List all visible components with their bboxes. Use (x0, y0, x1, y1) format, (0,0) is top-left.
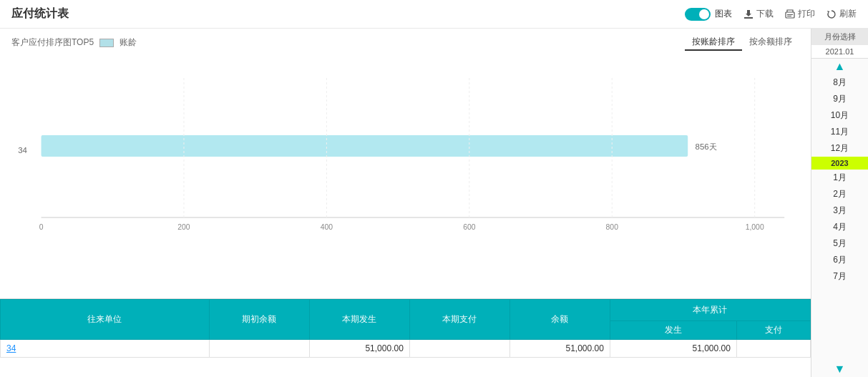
month-item[interactable]: 3月 (811, 202, 868, 219)
col-laiwai: 往来单位 (1, 300, 210, 340)
svg-rect-2 (787, 14, 793, 15)
download-icon (743, 9, 754, 19)
sort-tabs: 按账龄排序 按余额排序 (685, 34, 799, 51)
cell-benqi-zhifu (409, 340, 509, 358)
refresh-icon (826, 9, 837, 19)
chart-toggle[interactable] (685, 8, 711, 21)
print-icon (785, 9, 795, 19)
month-sidebar: 月份选择 2021.01 ▲ 8月9月10月11月12月20231月2月3月4月… (811, 29, 868, 377)
chart-toggle-wrap[interactable]: 图表 (685, 8, 732, 21)
chart-legend: 客户应付排序图TOP5 账龄 (11, 36, 137, 49)
svg-rect-3 (787, 16, 791, 16)
download-button[interactable]: 下载 (743, 8, 774, 20)
svg-text:800: 800 (606, 223, 619, 231)
month-item[interactable]: 2月 (811, 186, 868, 202)
chart-label: 图表 (715, 8, 732, 20)
month-item[interactable]: 7月 (811, 268, 868, 285)
svg-text:600: 600 (463, 223, 476, 231)
col-benqi-zhifu: 本期支付 (409, 300, 509, 340)
legend-text: 客户应付排序图TOP5 (11, 36, 94, 49)
page-title: 应付统计表 (11, 6, 69, 21)
svg-text:0: 0 (39, 223, 44, 231)
svg-text:200: 200 (177, 223, 190, 231)
month-item[interactable]: 6月 (811, 252, 868, 268)
data-table: 往来单位 期初余额 本期发生 本期支付 余额 本年累计 发生 支付 (0, 299, 811, 358)
header-actions: 图表 下载 打印 刷新 (685, 8, 857, 21)
table-row: 34 51,000.00 51,000.00 51,000.00 (1, 340, 811, 358)
svg-rect-0 (744, 17, 753, 19)
col-benqi-fasheng: 本期发生 (309, 300, 409, 340)
month-item[interactable]: 12月 (811, 140, 868, 157)
svg-text:34: 34 (18, 146, 27, 155)
cell-benqi-fasheng: 51,000.00 (309, 340, 409, 358)
col-fasheng: 发生 (610, 321, 736, 340)
svg-text:1,000: 1,000 (746, 223, 764, 231)
print-button[interactable]: 打印 (785, 8, 815, 20)
month-item[interactable]: 8月 (811, 74, 868, 91)
cell-laiwai[interactable]: 34 (1, 340, 210, 358)
month-item[interactable]: 1月 (811, 170, 868, 186)
month-item[interactable]: 4月 (811, 219, 868, 235)
cell-fasheng: 51,000.00 (610, 340, 736, 358)
col-qichu: 期初余额 (209, 300, 309, 340)
sort-tab-balance[interactable]: 按余额排序 (742, 34, 799, 51)
sort-tab-age[interactable]: 按账龄排序 (685, 34, 742, 51)
sidebar-selected: 2021.01 (811, 45, 868, 59)
chart-area: 34 856天 0 200 400 600 800 1,000 (0, 57, 811, 298)
sidebar-scroll-area: ▲ 8月9月10月11月12月20231月2月3月4月5月6月7月 ▼ (811, 59, 868, 377)
sidebar-header: 月份选择 (811, 29, 868, 45)
svg-text:400: 400 (321, 223, 333, 231)
month-item[interactable]: 5月 (811, 235, 868, 252)
month-list: 8月9月10月11月12月20231月2月3月4月5月6月7月 (811, 74, 868, 361)
cell-zhifu (736, 340, 810, 358)
col-zhifu: 支付 (736, 321, 810, 340)
nav-up-button[interactable]: ▲ (811, 59, 868, 74)
svg-rect-6 (42, 135, 688, 157)
cell-qichu (209, 340, 309, 358)
month-item[interactable]: 2023 (811, 157, 868, 170)
month-item[interactable]: 11月 (811, 124, 868, 140)
refresh-button[interactable]: 刷新 (826, 8, 857, 20)
month-item[interactable]: 9月 (811, 91, 868, 107)
svg-text:856天: 856天 (696, 142, 717, 151)
col-yue: 余额 (509, 300, 610, 340)
legend-box (99, 39, 114, 47)
bar-chart: 34 856天 0 200 400 600 800 1,000 (11, 57, 799, 243)
cell-yue: 51,000.00 (509, 340, 610, 358)
nav-down-button[interactable]: ▼ (811, 361, 868, 377)
legend-box-label: 账龄 (120, 36, 137, 49)
month-item[interactable]: 10月 (811, 107, 868, 124)
col-bennianjilei: 本年累计 (610, 300, 810, 321)
data-table-section: 往来单位 期初余额 本期发生 本期支付 余额 本年累计 发生 支付 (0, 298, 811, 377)
